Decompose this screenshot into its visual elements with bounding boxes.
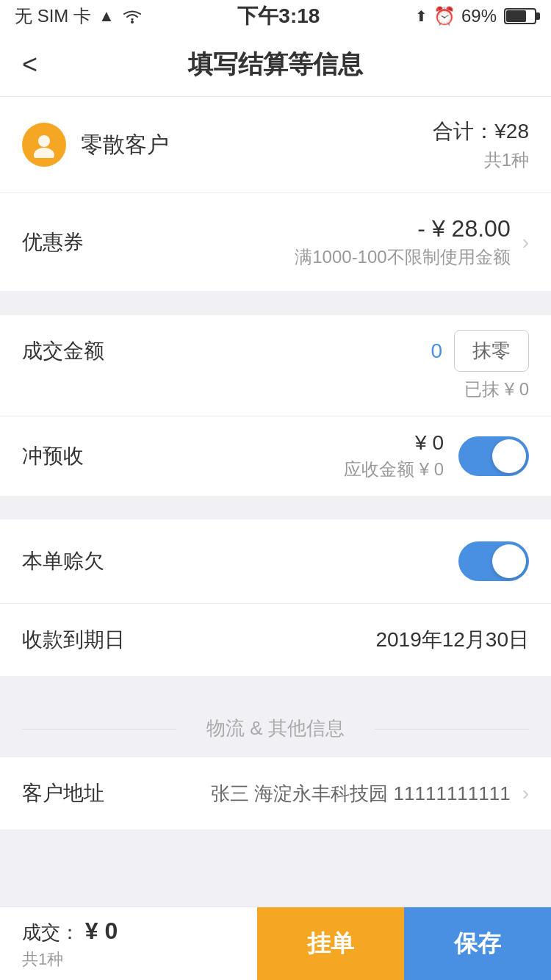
transaction-amount: 0 [431, 339, 442, 363]
debt-toggle[interactable] [458, 541, 529, 581]
advance-label: 冲预收 [22, 442, 84, 470]
transaction-bottom: 已抹 ¥ 0 [22, 378, 529, 401]
address-right: 张三 海淀永丰科技园 11111111111 › [211, 780, 529, 807]
address-label: 客户地址 [22, 779, 104, 807]
logistics-header: 物流 & 其他信息 [0, 699, 551, 757]
status-right: ⬆ ⏰ 69% [415, 6, 536, 26]
address-value: 张三 海淀永丰科技园 11111111111 [211, 780, 511, 807]
coupon-label: 优惠券 [22, 228, 84, 256]
address-card: 客户地址 张三 海淀永丰科技园 11111111111 › [0, 757, 551, 829]
advance-right: ¥ 0 应收金额 ¥ 0 [344, 431, 529, 481]
chevron-right-icon: › [522, 231, 529, 254]
due-date-value: 2019年12月30日 [375, 626, 529, 654]
coupon-amount: - ¥ 28.00 [295, 215, 510, 242]
customer-left: 零散客户 [22, 123, 169, 167]
advance-toggle[interactable] [458, 436, 529, 476]
bottom-bar: 成交： ¥ 0 共1种 挂单 保存 [0, 907, 551, 980]
pending-button[interactable]: 挂单 [257, 907, 404, 980]
content: 零散客户 合计：¥28 共1种 优惠券 - ¥ 28.00 满1000-100不… [0, 97, 551, 922]
coupon-row[interactable]: 优惠券 - ¥ 28.00 满1000-100不限制使用金额 › [0, 192, 551, 291]
coupon-right: - ¥ 28.00 满1000-100不限制使用金额 › [295, 215, 529, 269]
customer-count: 共1种 [433, 148, 529, 172]
back-button[interactable]: < [22, 49, 37, 80]
bottom-count: 共1种 [22, 948, 235, 970]
page-title: 填写结算等信息 [188, 48, 363, 82]
save-button[interactable]: 保存 [404, 907, 551, 980]
transaction-card: 成交金额 0 抹零 已抹 ¥ 0 冲预收 ¥ 0 应收金额 ¥ 0 [0, 314, 551, 496]
location-arrow-icon: ⬆ [415, 7, 428, 25]
transaction-label: 成交金额 [22, 337, 104, 365]
due-date-row: 收款到期日 2019年12月30日 [0, 603, 551, 676]
debt-card: 本单赊欠 收款到期日 2019年12月30日 [0, 519, 551, 676]
customer-card: 零散客户 合计：¥28 共1种 优惠券 - ¥ 28.00 满1000-100不… [0, 97, 551, 291]
rounded-label: 已抹 ¥ 0 [464, 378, 529, 401]
coupon-desc: 满1000-100不限制使用金额 [295, 245, 510, 269]
svg-point-2 [34, 148, 54, 158]
section-divider-3 [0, 688, 551, 699]
transaction-right: 0 抹零 [431, 330, 529, 372]
status-time: 下午3:18 [237, 2, 320, 30]
status-left: 无 SIM 卡 ▲️ [15, 4, 143, 28]
customer-row: 零散客户 合计：¥28 共1种 [0, 97, 551, 192]
advance-amount: ¥ 0 [344, 431, 444, 455]
debt-toggle-knob [492, 544, 526, 578]
battery-percent: 69% [461, 6, 497, 26]
advance-row: 冲预收 ¥ 0 应收金额 ¥ 0 [0, 416, 551, 496]
section-divider-2 [0, 508, 551, 519]
nav-bar: < 填写结算等信息 [0, 32, 551, 97]
logistics-label: 物流 & 其他信息 [206, 717, 345, 739]
toggle-knob [492, 439, 526, 473]
person-icon [31, 131, 57, 158]
bottom-info: 成交： ¥ 0 共1种 [0, 918, 257, 970]
debt-row: 本单赊欠 [0, 519, 551, 603]
address-chevron-icon: › [522, 782, 529, 805]
advance-value-block: ¥ 0 应收金额 ¥ 0 [344, 431, 444, 481]
customer-name: 零散客户 [81, 130, 169, 160]
advance-sub: 应收金额 ¥ 0 [344, 458, 444, 481]
coupon-value: - ¥ 28.00 满1000-100不限制使用金额 [295, 215, 510, 269]
wifi-icon: ▲️ [98, 7, 115, 26]
status-bar: 无 SIM 卡 ▲️ 下午3:18 ⬆ ⏰ 69% [0, 0, 551, 32]
svg-point-1 [38, 135, 50, 147]
address-row[interactable]: 客户地址 张三 海淀永丰科技园 11111111111 › [0, 757, 551, 829]
carrier-label: 无 SIM 卡 [15, 4, 91, 28]
battery-icon [504, 8, 536, 24]
due-date-label: 收款到期日 [22, 626, 125, 654]
section-divider-1 [0, 303, 551, 314]
customer-total: 合计：¥28 [433, 118, 529, 145]
wifi-icon-svg [122, 9, 143, 24]
alarm-icon: ⏰ [433, 6, 455, 26]
debt-label: 本单赊欠 [22, 547, 104, 575]
bottom-label-amount: 成交： ¥ 0 [22, 918, 235, 945]
avatar [22, 123, 66, 167]
customer-summary: 合计：¥28 共1种 [433, 118, 529, 172]
round-button[interactable]: 抹零 [454, 330, 529, 372]
svg-point-0 [131, 21, 134, 24]
bottom-amount: ¥ 0 [85, 918, 118, 944]
bottom-deal-label: 成交： [22, 921, 79, 943]
transaction-top: 成交金额 0 抹零 [22, 330, 529, 372]
transaction-row: 成交金额 0 抹零 已抹 ¥ 0 [0, 314, 551, 416]
